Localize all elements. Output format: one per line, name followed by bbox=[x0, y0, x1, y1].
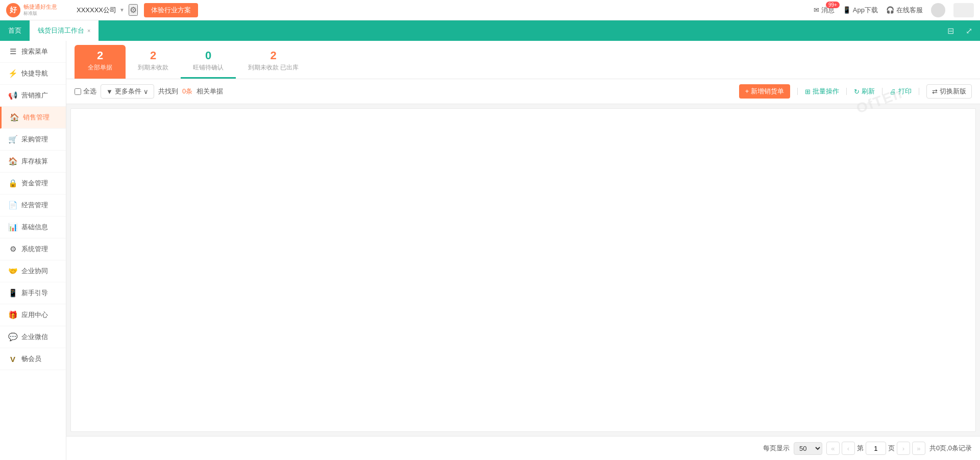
sidebar: ☰ 搜索菜单 ⚡ 快捷导航 📢 营销推广 🏠 销售管理 🛒 采购管理 🏠 库存核… bbox=[0, 41, 66, 460]
header-right: ✉ 消息 99+ 📱 App下载 🎧 在线客服 bbox=[814, 3, 974, 17]
sidebar-item-label: 采购管理 bbox=[21, 135, 48, 144]
tab-maximize-button[interactable]: ⤢ bbox=[962, 23, 976, 38]
message-badge: 99+ bbox=[826, 2, 840, 8]
quick-nav-icon: ⚡ bbox=[8, 69, 17, 78]
sidebar-item-label: 搜索菜单 bbox=[21, 47, 48, 56]
company-selector[interactable]: XXXXXX公司 ▼ bbox=[77, 6, 125, 15]
toolbar: 全选 ▼ 更多条件 ∨ 共找到 0条 相关单据 + 新增销货单 ⊞ 批量操作 ↻ bbox=[66, 79, 980, 104]
app-download-button[interactable]: 📱 App下载 bbox=[843, 6, 878, 15]
sidebar-item-purchase[interactable]: 🛒 采购管理 bbox=[0, 129, 66, 151]
print-label: 打印 bbox=[898, 87, 912, 96]
sidebar-item-search-menu[interactable]: ☰ 搜索菜单 bbox=[0, 41, 66, 63]
tab-minimize-button[interactable]: ⊟ bbox=[943, 23, 958, 38]
sidebar-item-basics[interactable]: 📊 基础信息 bbox=[0, 216, 66, 238]
sidebar-item-label: 企业微信 bbox=[21, 332, 48, 342]
avatar[interactable] bbox=[931, 3, 945, 17]
sidebar-item-label: 应用中心 bbox=[21, 310, 48, 320]
stat-number-overdue: 2 bbox=[150, 49, 156, 62]
finance-icon: 🔒 bbox=[8, 179, 17, 188]
stat-tab-pending[interactable]: 0 旺铺待确认 bbox=[181, 45, 236, 79]
online-service-button[interactable]: 🎧 在线客服 bbox=[886, 6, 923, 15]
sidebar-item-label: 资金管理 bbox=[21, 179, 48, 188]
sidebar-item-member[interactable]: V 畅会员 bbox=[0, 348, 66, 370]
sidebar-item-system[interactable]: ⚙ 系统管理 bbox=[0, 238, 66, 260]
per-page-select[interactable]: 10 20 50 100 bbox=[794, 442, 822, 455]
purchase-icon: 🛒 bbox=[8, 135, 17, 144]
guide-icon: 📱 bbox=[8, 288, 17, 298]
more-conditions-button[interactable]: ▼ 更多条件 ∨ bbox=[101, 84, 154, 99]
sidebar-item-wechat[interactable]: 💬 企业微信 bbox=[0, 326, 66, 348]
logo-icon: 好 bbox=[6, 3, 20, 17]
cooperation-icon: 🤝 bbox=[8, 267, 17, 276]
page-prefix: 第 bbox=[857, 444, 864, 453]
more-conditions-label: 更多条件 bbox=[115, 87, 141, 96]
system-icon: ⚙ bbox=[8, 245, 17, 254]
divider-1 bbox=[797, 88, 798, 95]
stat-tab-overdue[interactable]: 2 到期未收款 bbox=[126, 45, 181, 79]
download-icon: 📱 bbox=[843, 6, 851, 14]
chevron-down-icon: ∨ bbox=[143, 88, 149, 95]
operations-icon: 📄 bbox=[8, 201, 17, 210]
print-button[interactable]: 🖨 打印 bbox=[890, 87, 912, 96]
refresh-button[interactable]: ↻ 刷新 bbox=[854, 87, 875, 96]
batch-label: 批量操作 bbox=[813, 87, 839, 96]
sidebar-item-marketing[interactable]: 📢 营销推广 bbox=[0, 85, 66, 107]
stat-label-pending: 旺铺待确认 bbox=[193, 63, 224, 72]
divider-2 bbox=[846, 88, 847, 95]
app-download-label: App下载 bbox=[853, 6, 878, 15]
experience-button[interactable]: 体验行业方案 bbox=[144, 3, 198, 17]
sidebar-item-label: 库存核算 bbox=[21, 157, 48, 166]
page-suffix: 页 bbox=[888, 444, 895, 453]
stats-tabs: 2 全部单据 2 到期未收款 0 旺铺待确认 2 到期未收款 已出库 bbox=[66, 41, 980, 79]
logo-name: 畅捷通好生意 bbox=[23, 3, 57, 10]
select-all-label: 全选 bbox=[83, 87, 96, 96]
message-button[interactable]: ✉ 消息 99+ bbox=[814, 6, 835, 15]
filter-icon: ▼ bbox=[106, 88, 113, 95]
total-text: 共0页,0条记录 bbox=[929, 444, 972, 453]
toolbar-right: + 新增销货单 ⊞ 批量操作 ↻ 刷新 🖨 打印 ⇄ bbox=[739, 84, 972, 99]
stat-number-overdue-out: 2 bbox=[271, 49, 277, 62]
sidebar-item-operations[interactable]: 📄 经营管理 bbox=[0, 195, 66, 216]
stat-tab-all[interactable]: 2 全部单据 bbox=[75, 45, 126, 79]
next-page-button[interactable]: › bbox=[897, 442, 910, 455]
pagination-controls: « ‹ 第 页 › » bbox=[826, 442, 925, 455]
last-page-button[interactable]: » bbox=[912, 442, 925, 455]
select-all-checkbox[interactable]: 全选 bbox=[75, 87, 96, 96]
sidebar-item-label: 新手引导 bbox=[21, 288, 48, 298]
sidebar-item-cooperation[interactable]: 🤝 企业协同 bbox=[0, 260, 66, 282]
service-icon: 🎧 bbox=[886, 6, 894, 14]
page-input[interactable] bbox=[866, 442, 886, 455]
new-order-button[interactable]: + 新增销货单 bbox=[739, 84, 790, 99]
sidebar-item-inventory[interactable]: 🏠 库存核算 bbox=[0, 151, 66, 173]
tab-workbench-label: 钱货日清工作台 bbox=[38, 26, 84, 35]
sales-icon: 🏠 bbox=[10, 113, 19, 122]
settings-button[interactable]: ⚙ bbox=[129, 4, 138, 16]
first-page-button[interactable]: « bbox=[826, 442, 840, 455]
sidebar-item-quick-nav[interactable]: ⚡ 快捷导航 bbox=[0, 63, 66, 85]
stat-label-overdue-out: 到期未收款 已出库 bbox=[248, 63, 299, 72]
marketing-icon: 📢 bbox=[8, 91, 17, 100]
prev-page-button[interactable]: ‹ bbox=[842, 442, 855, 455]
stat-label-overdue: 到期未收款 bbox=[138, 63, 168, 72]
tab-home[interactable]: 首页 bbox=[0, 20, 30, 41]
switch-version-button[interactable]: ⇄ 切换新版 bbox=[926, 84, 972, 99]
sidebar-item-app-center[interactable]: 🎁 应用中心 bbox=[0, 304, 66, 326]
sidebar-item-finance[interactable]: 🔒 资金管理 bbox=[0, 173, 66, 195]
sidebar-item-sales[interactable]: 🏠 销售管理 bbox=[0, 107, 66, 129]
result-suffix: 相关单据 bbox=[197, 87, 223, 96]
company-name: XXXXXX公司 bbox=[77, 6, 116, 15]
tab-home-label: 首页 bbox=[8, 26, 21, 35]
table-area bbox=[70, 108, 976, 432]
tab-close-icon[interactable]: × bbox=[87, 28, 90, 34]
tab-workbench[interactable]: 钱货日清工作台 × bbox=[30, 20, 99, 41]
refresh-label: 刷新 bbox=[862, 87, 875, 96]
stat-tab-overdue-out[interactable]: 2 到期未收款 已出库 bbox=[236, 45, 311, 79]
content-area: 2 全部单据 2 到期未收款 0 旺铺待确认 2 到期未收款 已出库 全选 bbox=[66, 41, 980, 460]
select-all-input[interactable] bbox=[75, 88, 81, 95]
batch-operation-button[interactable]: ⊞ 批量操作 bbox=[805, 87, 839, 96]
avatar-extra[interactable] bbox=[953, 3, 974, 17]
online-service-label: 在线客服 bbox=[896, 6, 923, 15]
stat-number-pending: 0 bbox=[205, 49, 211, 62]
app-center-icon: 🎁 bbox=[8, 310, 17, 320]
sidebar-item-guide[interactable]: 📱 新手引导 bbox=[0, 282, 66, 304]
